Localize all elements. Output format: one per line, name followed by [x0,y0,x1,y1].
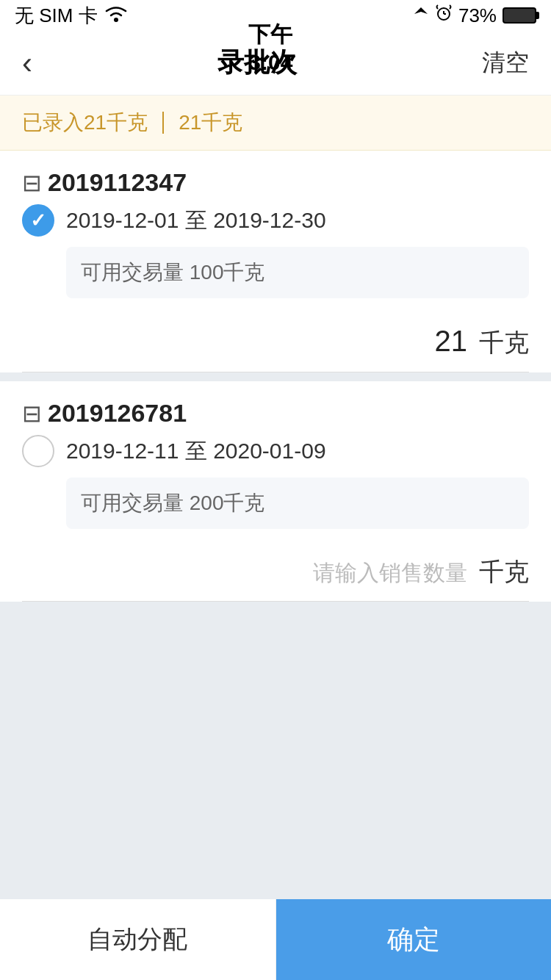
battery-icon [503,7,536,24]
wifi-icon [104,4,129,28]
recorded-amount-label: 已录入21千克 [22,109,148,137]
section-divider [0,372,551,381]
confirm-label: 确定 [387,922,440,958]
batch-1-radio[interactable] [22,204,54,237]
batch-1-date-row[interactable]: 2019-12-01 至 2019-12-30 [22,204,529,237]
batch-2-date-row[interactable]: 2019-12-11 至 2020-01-09 [22,435,529,467]
batch-1-icon: ⊟ [22,169,42,197]
confirm-button[interactable]: 确定 [276,899,552,980]
alarm-icon [435,4,453,27]
batch-2-input-placeholder[interactable]: 请输入销售数量 [313,558,467,588]
status-bar: 无 SIM 卡 下午3:04 73% [0,0,551,31]
batch-2-unit: 千克 [479,555,529,589]
batch-1-id-row: ⊟ 2019112347 [22,168,529,197]
batch-1-amount-row: 21 千克 [0,313,551,372]
location-icon [413,4,429,27]
batch-item-2: ⊟ 2019126781 2019-12-11 至 2020-01-09 可用交… [0,381,551,602]
batch-1-amount-value[interactable]: 21 [379,325,467,358]
carrier-text: 无 SIM 卡 [15,3,98,29]
batch-2-radio[interactable] [22,435,54,467]
batch-2-icon: ⊟ [22,400,42,428]
batch-2-date: 2019-12-11 至 2020-01-09 [66,436,326,466]
batch-1-date: 2019-12-01 至 2019-12-30 [66,206,326,236]
batch-2-id: 2019126781 [48,399,187,428]
auto-distribute-button[interactable]: 自动分配 [0,899,276,980]
banner-divider [162,112,164,134]
svg-point-0 [114,18,118,22]
total-amount-label: 21千克 [179,109,242,137]
batch-1-amount-input-area: 21 千克 [379,325,529,360]
batch-1-id: 2019112347 [48,168,187,197]
auto-distribute-label: 自动分配 [87,923,187,956]
battery-percentage: 73% [458,4,497,27]
time-display: 下午3:04 [248,20,292,75]
clear-button[interactable]: 清空 [482,47,529,79]
batch-1-available: 可用交易量 100千克 [66,247,529,298]
bottom-spacer [0,602,551,910]
batch-item-2-inner: ⊟ 2019126781 2019-12-11 至 2020-01-09 可用交… [0,381,551,544]
batch-2-available: 可用交易量 200千克 [66,478,529,529]
batch-item-1: ⊟ 2019112347 2019-12-01 至 2019-12-30 可用交… [0,151,551,372]
page-content: ‹ 录批次 清空 已录入21千克 21千克 ⊟ 2019112347 2019-… [0,31,551,980]
batch-2-id-row: ⊟ 2019126781 [22,399,529,428]
batch-item-1-inner: ⊟ 2019112347 2019-12-01 至 2019-12-30 可用交… [0,151,551,313]
batch-1-unit: 千克 [479,326,529,360]
info-banner: 已录入21千克 21千克 [0,96,551,151]
status-right: 73% [413,4,536,27]
status-left: 无 SIM 卡 [15,3,129,29]
batch-2-amount-row: 请输入销售数量 千克 [0,544,551,601]
back-button[interactable]: ‹ [22,48,32,79]
batch-2-amount-input-area: 请输入销售数量 千克 [313,555,529,589]
footer: 自动分配 确定 [0,899,551,980]
